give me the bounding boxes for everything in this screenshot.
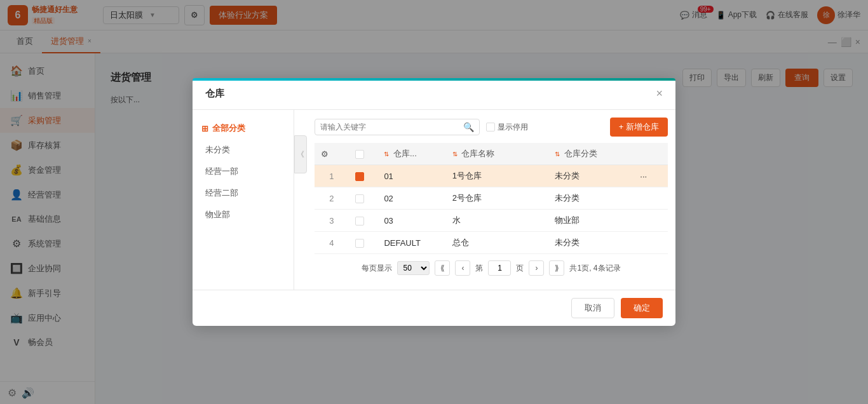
collapse-icon: 《 xyxy=(297,149,304,160)
row-code: 01 xyxy=(377,165,445,187)
category-item-property[interactable]: 物业部 xyxy=(193,204,294,226)
dialog-header: 仓库 × xyxy=(193,78,675,110)
warehouse-dialog: 仓库 × ⊞ 全部分类 未分类 经营一部 经营二部 物业部 xyxy=(193,78,675,326)
row-category: 物业部 xyxy=(548,210,634,232)
row-check[interactable] xyxy=(349,165,378,187)
next-page-button[interactable]: › xyxy=(529,260,544,276)
collapse-panel-button[interactable]: 《 xyxy=(294,135,307,173)
row-num: 1 xyxy=(315,165,349,187)
page-number-input[interactable] xyxy=(488,260,511,276)
category-all-header[interactable]: ⊞ 全部分类 xyxy=(193,118,294,139)
row-check[interactable] xyxy=(349,232,378,254)
col-header-action xyxy=(634,143,668,165)
dialog-teal-bar xyxy=(193,78,675,81)
confirm-button[interactable]: 确定 xyxy=(621,298,663,318)
dialog-title: 仓库 xyxy=(205,88,224,100)
row-name: 总仓 xyxy=(446,232,548,254)
row-num: 3 xyxy=(315,210,349,232)
warehouse-table: ⚙ ⇅ 仓库... xyxy=(315,143,668,254)
select-all-checkbox[interactable] xyxy=(355,150,364,159)
row-checkbox[interactable] xyxy=(355,172,364,181)
table-container: ⚙ ⇅ 仓库... xyxy=(315,143,668,254)
first-page-button[interactable]: ⟪ xyxy=(435,260,450,276)
row-action xyxy=(634,187,668,210)
search-icon[interactable]: 🔍 xyxy=(463,122,474,132)
search-box: 🔍 xyxy=(315,119,480,135)
col-header-code: ⇅ 仓库... xyxy=(377,143,445,165)
row-code: DEFAULT xyxy=(377,232,445,254)
row-check[interactable] xyxy=(349,187,378,210)
dialog-body: ⊞ 全部分类 未分类 经营一部 经营二部 物业部 《 xyxy=(193,110,675,290)
row-name: 水 xyxy=(446,210,548,232)
category-panel: ⊞ 全部分类 未分类 经营一部 经营二部 物业部 xyxy=(193,110,294,290)
category-item-dept1[interactable]: 经营一部 xyxy=(193,161,294,182)
row-action: ··· xyxy=(634,165,668,187)
col-header-name: ⇅ 仓库名称 xyxy=(446,143,548,165)
table-row[interactable]: 1 01 1号仓库 未分类 ··· xyxy=(315,165,668,187)
row-name: 1号仓库 xyxy=(446,165,548,187)
sort-code-icon: ⇅ xyxy=(384,151,389,158)
col-header-check xyxy=(349,143,378,165)
table-header-row: ⚙ ⇅ 仓库... xyxy=(315,143,668,165)
category-item-uncategorized[interactable]: 未分类 xyxy=(193,139,294,161)
show-disabled-check[interactable] xyxy=(486,123,495,131)
add-warehouse-button[interactable]: + 新增仓库 xyxy=(610,118,668,137)
row-num: 2 xyxy=(315,187,349,210)
row-num: 4 xyxy=(315,232,349,254)
last-page-button[interactable]: ⟫ xyxy=(549,260,564,276)
row-name: 2号仓库 xyxy=(446,187,548,210)
table-body: 1 01 1号仓库 未分类 ··· 2 02 2号仓库 未分类 3 03 水 物… xyxy=(315,165,668,254)
table-row[interactable]: 4 DEFAULT 总仓 未分类 xyxy=(315,232,668,254)
category-item-dept2[interactable]: 经营二部 xyxy=(193,182,294,204)
content-area: 进货管理 打印 导出 刷新 查询 设置 按以下... 仓库 × xyxy=(95,53,868,404)
cancel-button[interactable]: 取消 xyxy=(571,298,614,318)
search-input[interactable] xyxy=(320,123,463,131)
per-page-select[interactable]: 50 10 20 100 xyxy=(397,261,430,275)
prev-page-button[interactable]: ‹ xyxy=(455,260,470,276)
table-toolbar: 🔍 显示停用 + 新增仓库 xyxy=(315,118,668,137)
settings-col-icon: ⚙ xyxy=(321,149,329,159)
row-action xyxy=(634,210,668,232)
sort-cat-icon: ⇅ xyxy=(555,151,560,158)
row-code: 02 xyxy=(377,187,445,210)
row-checkbox[interactable] xyxy=(355,217,364,226)
row-category: 未分类 xyxy=(548,187,634,210)
row-checkbox[interactable] xyxy=(355,194,364,203)
row-code: 03 xyxy=(377,210,445,232)
row-category: 未分类 xyxy=(548,165,634,187)
table-panel: 🔍 显示停用 + 新增仓库 xyxy=(307,110,675,290)
row-checkbox[interactable] xyxy=(355,239,364,248)
show-disabled-checkbox[interactable]: 显示停用 xyxy=(486,122,528,133)
row-check[interactable] xyxy=(349,210,378,232)
dialog-footer: 取消 确定 xyxy=(193,290,675,326)
table-row[interactable]: 2 02 2号仓库 未分类 xyxy=(315,187,668,210)
row-category: 未分类 xyxy=(548,232,634,254)
dialog-overlay[interactable]: 仓库 × ⊞ 全部分类 未分类 经营一部 经营二部 物业部 xyxy=(95,53,868,404)
grid-icon: ⊞ xyxy=(201,124,208,133)
col-header-category: ⇅ 仓库分类 xyxy=(548,143,634,165)
sort-name-icon: ⇅ xyxy=(452,151,458,158)
main-layout: 🏠 首页 📊 销售管理 🛒 采购管理 📦 库存核算 💰 资金管理 👤 经营管理 … xyxy=(0,53,868,404)
row-action xyxy=(634,232,668,254)
dialog-close-button[interactable]: × xyxy=(656,87,663,100)
table-row[interactable]: 3 03 水 物业部 xyxy=(315,210,668,232)
pagination: 每页显示 50 10 20 100 ⟪ ‹ 第 页 xyxy=(315,254,668,282)
col-header-settings: ⚙ xyxy=(315,143,349,165)
